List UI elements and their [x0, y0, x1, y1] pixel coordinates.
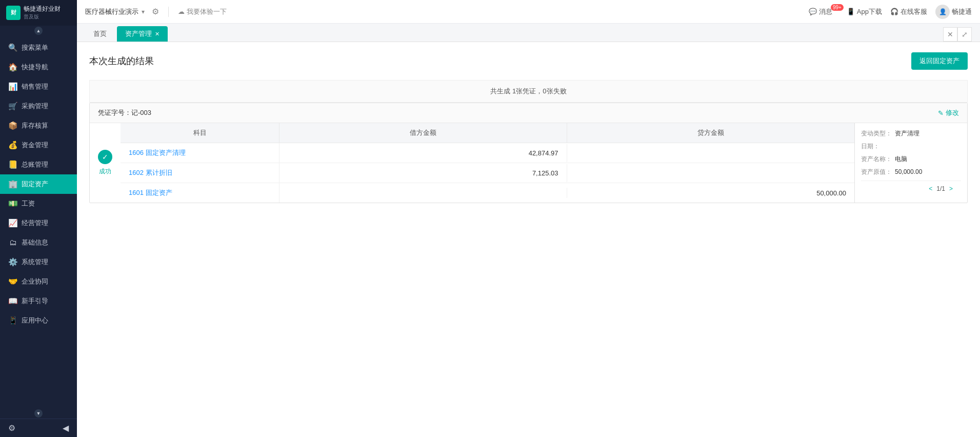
main-content: 医疗器械行业演示 ▾ ⚙ ☁ 我要体验一下 💬 消息 99+ 📱 App下载 🎧… [77, 0, 980, 437]
tab-asset-management-label: 资产管理 [125, 29, 152, 38]
voucher-main: ✓ 成功 科目 借方金额 贷方金额 1606 固定资产清理 [90, 123, 854, 203]
sidebar-item-ledger[interactable]: 📒 总账管理 [0, 155, 77, 174]
sidebar-item-label: 采购管理 [22, 102, 48, 111]
close-icon: ✕ [947, 30, 953, 38]
scroll-up-icon[interactable]: ▲ [34, 27, 43, 35]
scroll-down-icon[interactable]: ▼ [34, 409, 43, 418]
tab-asset-management[interactable]: 资产管理 ✕ [117, 26, 168, 42]
panel-expand-button[interactable]: ⤢ [957, 27, 972, 42]
operations-icon: 📈 [8, 218, 17, 228]
home-icon: 🏠 [8, 63, 17, 72]
sidebar-item-label: 工资 [22, 199, 35, 208]
tab-close-icon[interactable]: ✕ [155, 31, 159, 37]
page-header: 本次生成的结果 返回固定资产 [89, 52, 968, 70]
company-selector[interactable]: 医疗器械行业演示 ▾ [85, 7, 145, 16]
original-value-value: 50,000.00 [895, 168, 922, 175]
guide-icon: 📖 [8, 296, 17, 306]
sidebar-item-label: 库存核算 [22, 121, 48, 130]
user-menu[interactable]: 👤 畅捷通 [935, 5, 972, 19]
app-download-label: App下载 [857, 7, 882, 16]
sidebar-item-label: 基础信息 [22, 238, 48, 247]
page-title: 本次生成的结果 [89, 55, 154, 67]
online-service-label: 在线客服 [901, 7, 927, 16]
cell-account-2: 1602 累计折旧 [121, 163, 279, 183]
cell-credit-2 [567, 168, 855, 178]
sidebar-item-label: 固定资产 [22, 180, 48, 189]
logo-icon: 财 [6, 6, 21, 20]
logo-text: 畅捷通好业财 [24, 5, 61, 13]
sidebar-item-label: 新手引导 [22, 296, 48, 306]
collapse-icon[interactable]: ◀ [63, 423, 69, 433]
basics-icon: 🗂 [8, 238, 17, 247]
sidebar-item-system[interactable]: ⚙️ 系统管理 [0, 252, 77, 272]
app-download-icon: 📱 [847, 8, 855, 15]
experience-button[interactable]: ☁ 我要体验一下 [178, 7, 227, 16]
sidebar-item-inventory[interactable]: 📦 库存核算 [0, 116, 77, 135]
sidebar-item-label: 总账管理 [22, 160, 48, 169]
sidebar-item-guide[interactable]: 📖 新手引导 [0, 291, 77, 311]
sidebar-nav: 🔍 搜索菜单 🏠 快捷导航 📊 销售管理 🛒 采购管理 📦 库存核算 💰 资金管… [0, 36, 77, 408]
table-row: 1606 固定资产清理 42,874.97 [121, 143, 854, 163]
topbar-settings-icon[interactable]: ⚙ [152, 7, 159, 16]
company-name: 医疗器械行业演示 [85, 7, 138, 16]
fixed-assets-icon: 🏢 [8, 180, 17, 189]
sidebar-item-cooperation[interactable]: 🤝 企业协同 [0, 272, 77, 291]
sidebar-item-purchase[interactable]: 🛒 采购管理 [0, 96, 77, 116]
messages-button[interactable]: 💬 消息 99+ [809, 7, 838, 16]
cell-debit-1: 42,874.97 [279, 144, 567, 162]
sidebar-item-sales[interactable]: 📊 销售管理 [0, 77, 77, 96]
messages-icon: 💬 [809, 8, 817, 15]
right-panel-original-value: 资产原值： 50,000.00 [861, 168, 961, 176]
voucher-right-panel: 变动类型： 资产清理 日期： 资产名称： 电脑 资产原值： 50,000.00 [854, 123, 967, 203]
sidebar-item-search[interactable]: 🔍 搜索菜单 [0, 38, 77, 57]
right-panel-change-type: 变动类型： 资产清理 [861, 129, 961, 138]
avatar-icon: 👤 [939, 8, 947, 15]
sidebar-item-app-center[interactable]: 📱 应用中心 [0, 311, 77, 330]
right-panel-asset-name: 资产名称： 电脑 [861, 155, 961, 164]
sidebar-item-quick-nav[interactable]: 🏠 快捷导航 [0, 57, 77, 77]
logo-sub: 普及版 [24, 13, 61, 21]
app-download-button[interactable]: 📱 App下载 [847, 7, 882, 16]
voucher-table: 科目 借方金额 贷方金额 1606 固定资产清理 42,874.97 [121, 123, 854, 203]
sidebar-item-label: 资金管理 [22, 141, 48, 150]
sidebar-logo: 财 畅捷通好业财 普及版 [0, 0, 77, 26]
edit-icon: ✎ [938, 109, 944, 117]
sidebar-item-payroll[interactable]: 💵 工资 [0, 194, 77, 213]
expand-icon: ⤢ [962, 30, 968, 38]
back-to-fixed-assets-button[interactable]: 返回固定资产 [911, 52, 968, 70]
tab-home[interactable]: 首页 [85, 26, 115, 42]
original-value-label: 资产原值： [861, 168, 892, 176]
cell-credit-3: 50,000.00 [567, 184, 855, 202]
voucher-section: 凭证字号：记-003 ✎ 修改 ✓ 成功 [89, 103, 968, 203]
sidebar-item-fixed-assets[interactable]: 🏢 固定资产 [0, 174, 77, 194]
settings-bottom-icon[interactable]: ⚙ [8, 423, 15, 433]
messages-badge: 99+ [831, 4, 844, 11]
sidebar-item-operations[interactable]: 📈 经营管理 [0, 213, 77, 233]
scroll-up[interactable]: ▲ [0, 26, 77, 36]
sidebar-item-funds[interactable]: 💰 资金管理 [0, 135, 77, 155]
scroll-down[interactable]: ▼ [0, 408, 77, 419]
online-service-button[interactable]: 🎧 在线客服 [890, 7, 927, 16]
user-label: 畅捷通 [952, 7, 972, 16]
next-page-button[interactable]: > [949, 185, 953, 192]
company-dropdown-icon: ▾ [142, 8, 145, 15]
edit-label: 修改 [946, 108, 959, 117]
sidebar-item-basics[interactable]: 🗂 基础信息 [0, 233, 77, 252]
col-header-credit: 贷方金额 [567, 123, 855, 143]
sidebar-item-label: 搜索菜单 [22, 43, 48, 52]
messages-label: 消息 [819, 7, 832, 16]
col-header-debit: 借方金额 [279, 123, 567, 143]
voucher-number: 凭证字号：记-003 [98, 108, 151, 117]
sidebar-item-label: 应用中心 [22, 316, 48, 325]
purchase-icon: 🛒 [8, 102, 17, 111]
edit-button[interactable]: ✎ 修改 [938, 108, 959, 117]
cell-account-1: 1606 固定资产清理 [121, 143, 279, 163]
tab-home-label: 首页 [93, 29, 107, 38]
change-type-label: 变动类型： [861, 129, 892, 138]
prev-page-button[interactable]: < [929, 185, 932, 192]
inventory-icon: 📦 [8, 121, 17, 130]
date-label: 日期： [861, 142, 879, 151]
page-content: 本次生成的结果 返回固定资产 共生成 1张凭证，0张失败 凭证字号：记-003 … [77, 42, 980, 437]
pagination: < 1/1 > [861, 181, 961, 196]
panel-close-button[interactable]: ✕ [943, 27, 957, 42]
